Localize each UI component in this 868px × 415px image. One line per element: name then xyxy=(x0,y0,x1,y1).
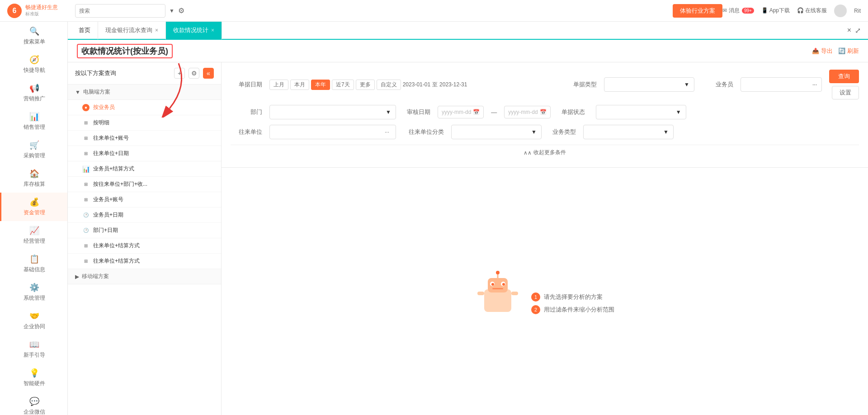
basic-icon: 📋 xyxy=(29,254,39,264)
desktop-group-header[interactable]: ▼ 电脑端方案 xyxy=(68,85,221,100)
date-btn-more[interactable]: 更多 xyxy=(356,80,375,90)
page-content: 收款情况统计(按业务员) 📤 导出 🔄 刷新 按 xyxy=(68,40,868,415)
sidebar-item-hardware[interactable]: 💡 智能硬件 xyxy=(0,363,67,392)
nav-icon: 🧭 xyxy=(29,55,39,65)
schema-item-9[interactable]: ⊞ 往来单位+结算方式 xyxy=(68,238,221,254)
schema-icon-5: ⊞ xyxy=(82,181,90,188)
date-btn-this-month[interactable]: 本月 xyxy=(290,80,309,90)
schema-settings-button[interactable]: ⚙ xyxy=(189,68,199,79)
page-header: 收款情况统计(按业务员) 📤 导出 🔄 刷新 xyxy=(68,40,868,62)
date-separator: 至 xyxy=(432,81,438,89)
sidebar-item-operation[interactable]: 📈 经营管理 xyxy=(0,221,67,250)
tab-bank-flow[interactable]: 现金银行流水查询 × xyxy=(98,22,166,39)
review-date-to[interactable]: yyyy-mm-dd 📅 xyxy=(504,106,550,118)
schema-item-2[interactable]: ⊞ 往来单位+账号 xyxy=(68,131,221,146)
schema-icon-7: 🕐 xyxy=(82,212,90,219)
sidebar-item-basic[interactable]: 📋 基础信息 xyxy=(0,250,67,278)
refresh-button[interactable]: 🔄 刷新 xyxy=(838,47,859,55)
schema-icon-6: ⊞ xyxy=(82,196,90,203)
schema-label-6: 业务员+账号 xyxy=(93,196,123,203)
maximize-window-icon[interactable]: ⤢ xyxy=(855,26,861,35)
tab-close-icon[interactable]: × xyxy=(155,27,158,33)
date-label: 单据日期 xyxy=(231,80,262,89)
schema-item-8[interactable]: 🕐 部门+日期 xyxy=(68,223,221,238)
business-type-label: 业务类型 xyxy=(549,128,576,136)
tab-collection[interactable]: 收款情况统计 × xyxy=(166,22,222,39)
schema-item-0[interactable]: ● 按业务员 xyxy=(68,100,221,115)
review-date-from[interactable]: yyyy-mm-dd 📅 xyxy=(438,106,484,118)
sidebar-item-purchase[interactable]: 🛒 采购管理 xyxy=(0,136,67,164)
tab-close-icon2[interactable]: × xyxy=(211,27,214,33)
sidebar-item-label: 基础信息 xyxy=(24,266,45,274)
export-button[interactable]: 📤 导出 xyxy=(812,47,833,55)
sidebar-item-search[interactable]: 🔍 搜索菜单 xyxy=(0,22,67,50)
sidebar-item-wechat[interactable]: 💬 企业微信 xyxy=(0,392,67,415)
date-btn-last-month[interactable]: 上月 xyxy=(269,80,288,90)
messages-btn[interactable]: ✉ 消息 99+ xyxy=(722,7,754,14)
schema-label-0: 按业务员 xyxy=(93,104,115,111)
query-button[interactable]: 查询 xyxy=(829,70,859,83)
counterparty-select[interactable]: ··· xyxy=(269,125,396,139)
schema-item-1[interactable]: ⊞ 按明细 xyxy=(68,115,221,131)
search-input[interactable] xyxy=(75,4,165,18)
collapse-filter-button[interactable]: ∧∧ 收起更多条件 xyxy=(231,145,859,160)
main-layout: 🔍 搜索菜单 🧭 快捷导航 📢 营销推广 📊 销售管理 🛒 采购管理 🏠 库存核… xyxy=(0,22,868,415)
svg-rect-10 xyxy=(492,288,503,289)
empty-state: 1 请先选择要分析的方案 2 用过滤条件来缩小分析范围 xyxy=(222,168,868,415)
schema-label-10: 往来单位+结算方式 xyxy=(93,257,140,265)
doc-type-select[interactable]: ▼ xyxy=(604,77,694,92)
filter-settings-button[interactable]: 设置 xyxy=(832,86,859,99)
schema-item-6[interactable]: ⊞ 业务员+账号 xyxy=(68,192,221,208)
sales-icon: 📊 xyxy=(29,112,39,122)
trial-button[interactable]: 体验行业方案 xyxy=(673,4,722,18)
schema-icon-1: ⊞ xyxy=(82,119,90,127)
sidebar-item-nav[interactable]: 🧭 快捷导航 xyxy=(0,50,67,79)
date-btn-7days[interactable]: 近7天 xyxy=(332,80,354,90)
calendar-icon: 📅 xyxy=(473,109,480,115)
doc-status-select[interactable]: ▼ xyxy=(596,105,686,119)
sidebar-item-marketing[interactable]: 📢 营销推广 xyxy=(0,79,67,107)
page-header-actions: 📤 导出 🔄 刷新 xyxy=(812,47,859,55)
date-btn-custom[interactable]: 自定义 xyxy=(377,80,401,90)
doc-status-chevron: ▼ xyxy=(676,109,681,115)
sidebar-item-label: 新手引导 xyxy=(24,351,45,359)
sidebar-item-system[interactable]: ⚙️ 系统管理 xyxy=(0,278,67,307)
add-schema-button[interactable]: + xyxy=(174,68,185,79)
dept-select[interactable]: ▼ xyxy=(269,105,396,119)
gear-icon[interactable]: ⚙ xyxy=(178,6,184,15)
counterparty-dots[interactable]: ··· xyxy=(383,129,391,135)
schema-item-3[interactable]: ⊞ 往来单位+日期 xyxy=(68,146,221,161)
app-download-btn[interactable]: 📱 App下载 xyxy=(761,7,790,14)
online-service-btn[interactable]: 🎧 在线客服 xyxy=(797,7,827,14)
left-panel: 按以下方案查询 + ⚙ « ▼ 电脑端方案 ● 按业务员 xyxy=(68,62,222,415)
sidebar-item-collab[interactable]: 🤝 企业协同 xyxy=(0,307,67,335)
schema-label-7: 业务员+日期 xyxy=(93,211,123,219)
salesperson-select[interactable]: ··· xyxy=(741,77,822,92)
tab-home[interactable]: 首页 xyxy=(71,22,98,39)
schema-item-7[interactable]: 🕐 业务员+日期 xyxy=(68,208,221,223)
sidebar-item-guide[interactable]: 📖 新手引导 xyxy=(0,335,67,363)
mobile-group-header[interactable]: ▶ 移动端方案 xyxy=(68,269,221,284)
schema-label-3: 往来单位+日期 xyxy=(93,150,129,157)
counterparty-category-select[interactable]: ▼ xyxy=(451,125,542,139)
schema-item-10[interactable]: ⊞ 往来单位+结算方式 xyxy=(68,254,221,269)
business-type-select[interactable]: ▼ xyxy=(583,125,674,139)
avatar[interactable] xyxy=(834,5,847,17)
sidebar-item-label: 系统管理 xyxy=(24,294,45,302)
hardware-icon: 💡 xyxy=(29,368,39,378)
tab-home-label: 首页 xyxy=(79,26,90,34)
date-from-value: 2023-01-01 xyxy=(403,81,430,88)
sidebar-item-finance[interactable]: 💰 资金管理 xyxy=(0,193,67,221)
schema-item-5[interactable]: ⊞ 按往来单位+部门+收... xyxy=(68,177,221,192)
close-window-icon[interactable]: × xyxy=(847,26,851,34)
sidebar-item-label: 智能硬件 xyxy=(24,380,45,387)
schema-item-4[interactable]: 📊 业务员+结算方式 xyxy=(68,161,221,177)
doc-type-chevron: ▼ xyxy=(684,81,689,88)
header-dropdown[interactable]: ▼ xyxy=(169,8,175,14)
date-btn-this-year[interactable]: 本年 xyxy=(311,80,330,90)
finance-icon: 💰 xyxy=(29,197,39,207)
sidebar-item-inventory[interactable]: 🏠 库存核算 xyxy=(0,164,67,193)
panel-collapse-button[interactable]: « xyxy=(203,68,214,79)
tab-collection-label: 收款情况统计 xyxy=(173,26,208,34)
sidebar-item-sales[interactable]: 📊 销售管理 xyxy=(0,107,67,136)
